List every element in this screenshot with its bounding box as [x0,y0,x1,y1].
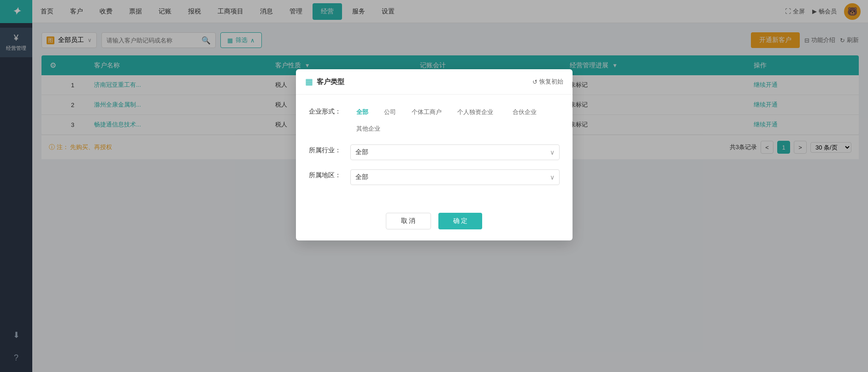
reset-icon: ↺ [532,78,537,85]
industry-label: 所属行业： [309,144,350,155]
industry-form-row: 所属行业： 全部 ∨ [309,144,560,160]
region-label: 所属地区： [309,169,350,180]
enterprise-form-row: 企业形式： 全部 公司 个体工商户 个人独资企业 合伙企业 其他企业 [309,106,560,135]
modal-footer: 取 消 确 定 [296,205,573,240]
enterprise-form-label: 企业形式： [309,106,350,116]
modal-title-icon: ▦ [305,77,313,87]
modal-header: ▦ 客户类型 ↺ 恢复初始 [296,69,573,95]
modal-body: 企业形式： 全部 公司 个体工商户 个人独资企业 合伙企业 其他企业 所属行业：… [296,95,573,205]
modal-overlay[interactable]: ▦ 客户类型 ↺ 恢复初始 企业形式： 全部 公司 个体工商户 个人独资企业 合… [0,0,868,372]
confirm-button[interactable]: 确 定 [438,213,483,229]
region-select[interactable]: 全部 ∨ [350,169,560,185]
cancel-button[interactable]: 取 消 [386,213,431,229]
enterprise-form-content: 全部 公司 个体工商户 个人独资企业 合伙企业 其他企业 [350,106,560,135]
enterprise-type-sole[interactable]: 个人独资企业 [451,106,499,119]
region-form-row: 所属地区： 全部 ∨ [309,169,560,185]
filter-modal: ▦ 客户类型 ↺ 恢复初始 企业形式： 全部 公司 个体工商户 个人独资企业 合… [296,69,573,240]
region-select-wrap: 全部 ∨ [350,169,560,185]
industry-select-wrap: 全部 ∨ [350,144,560,160]
enterprise-type-individual[interactable]: 个体工商户 [406,106,448,119]
modal-title: 客户类型 [317,78,344,86]
enterprise-type-other[interactable]: 其他企业 [350,122,386,135]
industry-select-value: 全部 [355,148,368,156]
enterprise-type-partnership[interactable]: 合伙企业 [507,106,543,119]
industry-select-arrow-icon: ∨ [550,149,555,156]
modal-reset-button[interactable]: ↺ 恢复初始 [532,78,563,86]
region-select-value: 全部 [355,173,368,181]
enterprise-type-company[interactable]: 公司 [378,106,402,119]
region-select-arrow-icon: ∨ [550,174,555,181]
reset-label: 恢复初始 [539,78,563,86]
modal-title-area: ▦ 客户类型 [305,77,344,87]
industry-select[interactable]: 全部 ∨ [350,144,560,160]
enterprise-type-all[interactable]: 全部 [350,106,374,119]
